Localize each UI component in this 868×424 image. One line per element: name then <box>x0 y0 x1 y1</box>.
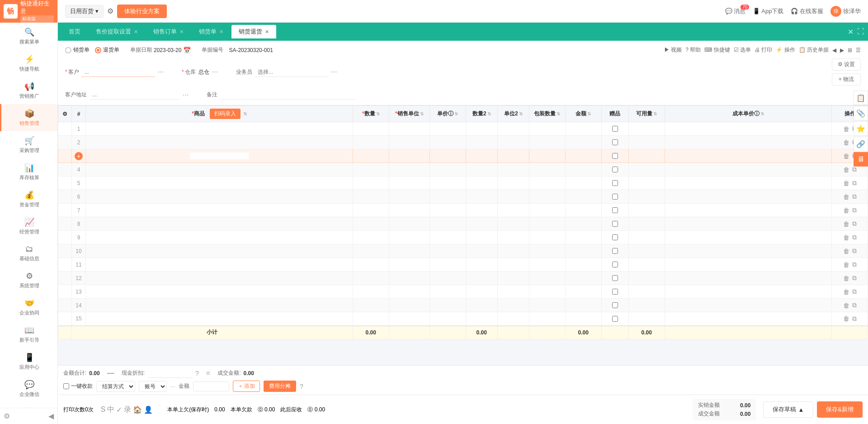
cell-price[interactable] <box>429 204 466 217</box>
copy-row-icon[interactable]: ⧉ <box>852 220 857 228</box>
cell-packqty[interactable] <box>529 176 565 190</box>
account-dots-icon[interactable]: ··· <box>170 383 175 390</box>
cell-price[interactable] <box>429 258 466 272</box>
cell-unit2[interactable] <box>497 204 529 217</box>
cell-product[interactable] <box>86 122 353 136</box>
copy-row-icon[interactable]: ⧉ <box>852 233 857 241</box>
status-icon-1[interactable]: S <box>101 405 106 414</box>
gift-checkbox[interactable] <box>612 248 618 254</box>
right-tool-attach[interactable]: 📎 <box>854 106 868 120</box>
cell-amount[interactable] <box>565 285 601 299</box>
cell-product[interactable] <box>86 190 353 204</box>
unit2-sort-icon[interactable]: ⇅ <box>519 111 523 116</box>
experience-button[interactable]: 体验行业方案 <box>117 5 167 18</box>
sidebar-item-finance[interactable]: 💰 资金管理 <box>0 186 57 213</box>
delete-row-icon[interactable]: 🗑 <box>843 139 849 146</box>
sidebar-collapse-button[interactable]: ◀ <box>48 412 54 420</box>
cell-qty2[interactable] <box>466 272 497 285</box>
sidebar-item-purchase[interactable]: 🛒 采购管理 <box>0 131 57 158</box>
cell-qty2[interactable] <box>466 299 497 312</box>
cell-packqty[interactable] <box>529 136 565 149</box>
address-input[interactable] <box>90 90 180 100</box>
cell-price[interactable] <box>429 163 466 176</box>
fee-split-button[interactable]: 费用分摊 <box>264 381 296 392</box>
cell-price[interactable] <box>429 176 466 190</box>
cell-product[interactable] <box>86 312 353 326</box>
cell-unit2[interactable] <box>497 272 529 285</box>
cell-amount[interactable] <box>565 204 601 217</box>
operation-link[interactable]: ⚡ 操作 <box>776 46 795 54</box>
cell-product[interactable] <box>86 285 353 299</box>
tab-maximize[interactable]: ⛶ <box>857 28 864 36</box>
cell-amount[interactable] <box>565 122 601 136</box>
sidebar-item-system[interactable]: ⚙ 系统管理 <box>0 267 57 294</box>
cell-amount[interactable] <box>565 231 601 244</box>
costprice-sort-icon[interactable]: ⇅ <box>760 111 764 116</box>
cell-unit2[interactable] <box>497 136 529 149</box>
cell-amount[interactable] <box>565 190 601 204</box>
video-link[interactable]: ▶ 视频 <box>664 46 682 54</box>
cell-packqty[interactable] <box>529 258 565 272</box>
sidebar-item-sales[interactable]: 📦 销售管理 <box>0 104 57 131</box>
gift-checkbox[interactable] <box>612 289 618 295</box>
tab-close-window[interactable]: ✕ <box>848 28 854 36</box>
type-sale-radio[interactable]: 销货单 <box>65 46 90 54</box>
delete-row-icon[interactable]: 🗑 <box>843 166 849 173</box>
cell-qty2[interactable] <box>466 312 497 326</box>
cell-qty2[interactable] <box>466 231 497 244</box>
save-draft-button[interactable]: 保存草稿 ▲ <box>763 401 813 418</box>
industry-selector[interactable]: 日用百货 ▾ <box>65 5 104 18</box>
cell-unit2[interactable] <box>497 299 529 312</box>
gift-checkbox[interactable] <box>612 207 618 213</box>
cell-qty2[interactable] <box>466 258 497 272</box>
cell-packqty[interactable] <box>529 122 565 136</box>
cell-price[interactable] <box>429 244 466 258</box>
cell-packqty[interactable] <box>529 217 565 231</box>
cell-unit2[interactable] <box>497 285 529 299</box>
cell-qty2[interactable] <box>466 285 497 299</box>
right-tool-link[interactable]: 🔗 <box>854 137 868 151</box>
logistics-button[interactable]: + 物流 <box>832 73 861 86</box>
status-icon-6[interactable]: 👤 <box>144 405 153 414</box>
tab-sale-price[interactable]: 售价提取设置 ✕ <box>89 25 145 38</box>
cell-unit[interactable] <box>389 217 429 231</box>
message-badge[interactable]: 💬 70 消息 <box>725 7 746 15</box>
delete-row-icon[interactable]: 🗑 <box>843 275 849 282</box>
cell-packqty[interactable] <box>529 163 565 176</box>
next-record-icon[interactable]: ▶ <box>840 47 844 53</box>
cell-qty[interactable] <box>353 163 389 176</box>
delete-row-icon[interactable]: 🗑 <box>843 315 849 322</box>
type-return-radio[interactable]: 退货单 <box>95 46 119 54</box>
cell-unit[interactable] <box>389 312 429 326</box>
print-link[interactable]: 🖨 打印 <box>755 46 772 54</box>
cell-amount[interactable] <box>565 244 601 258</box>
cell-price[interactable] <box>429 299 466 312</box>
cell-product[interactable] <box>86 272 353 285</box>
right-tool-note[interactable]: 📋 <box>854 91 868 105</box>
gift-checkbox[interactable] <box>612 302 618 308</box>
user-menu[interactable]: 徐 徐泽华 <box>830 6 861 17</box>
delete-row-icon[interactable]: 🗑 <box>843 234 849 241</box>
cell-unit2[interactable] <box>497 312 529 326</box>
cell-qty2[interactable] <box>466 204 497 217</box>
cell-packqty[interactable] <box>529 190 565 204</box>
sidebar-item-operations[interactable]: 📈 经营管理 <box>0 213 57 240</box>
cell-amount[interactable] <box>565 176 601 190</box>
warehouse-more-icon[interactable]: ··· <box>212 68 218 76</box>
cell-unit2[interactable] <box>497 217 529 231</box>
cell-packqty[interactable] <box>529 204 565 217</box>
cell-qty2[interactable] <box>466 122 497 136</box>
sidebar-item-inventory[interactable]: 📊 库存核算 <box>0 158 57 186</box>
cell-product[interactable] <box>86 244 353 258</box>
delete-row-icon[interactable]: 🗑 <box>843 302 849 309</box>
cell-amount[interactable] <box>565 258 601 272</box>
cell-price[interactable] <box>429 136 466 149</box>
cell-amount[interactable] <box>565 272 601 285</box>
discount-input[interactable] <box>147 368 193 378</box>
cell-price[interactable] <box>429 285 466 299</box>
cell-product[interactable] <box>86 204 353 217</box>
cell-packqty[interactable] <box>529 149 565 163</box>
delete-row-icon[interactable]: 🗑 <box>843 207 849 214</box>
cell-qty2[interactable] <box>466 163 497 176</box>
gift-checkbox[interactable] <box>612 180 618 186</box>
